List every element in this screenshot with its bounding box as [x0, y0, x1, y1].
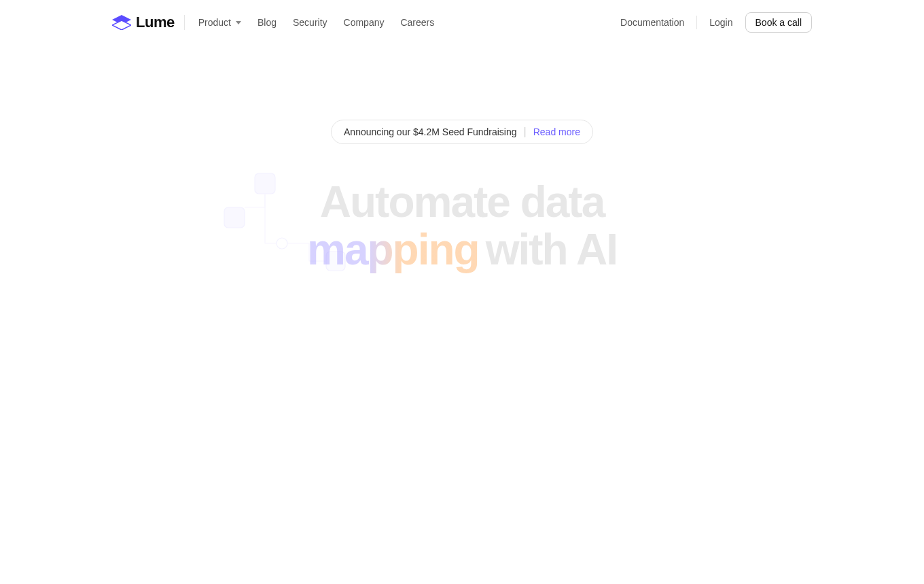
nav-product[interactable]: Product [198, 17, 241, 28]
brand-name: Lume [136, 14, 175, 31]
nav-documentation[interactable]: Documentation [620, 17, 684, 28]
announcement-read-more-link[interactable]: Read more [533, 126, 580, 137]
hero-highlight-word: mapping [307, 225, 479, 274]
hero-section: Automate data mappingwith AI [0, 178, 924, 274]
announcement-separator: | [524, 126, 527, 138]
nav-company[interactable]: Company [344, 17, 385, 28]
hero-headline: Automate data mappingwith AI [0, 178, 924, 274]
divider [184, 15, 185, 30]
nav-blog[interactable]: Blog [257, 17, 277, 28]
book-call-button[interactable]: Book a call [745, 12, 812, 33]
primary-nav: Product Blog Security Company Careers [198, 17, 435, 28]
hero-line-2: mappingwith AI [0, 226, 924, 273]
nav-security[interactable]: Security [293, 17, 327, 28]
header-right-group: Documentation Login Book a call [620, 12, 812, 33]
hero-rest-text: with AI [486, 225, 617, 274]
lume-logo-icon [112, 15, 131, 30]
nav-careers[interactable]: Careers [400, 17, 434, 28]
announcement-text: Announcing our $4.2M Seed Fundraising [344, 126, 517, 137]
announcement-pill[interactable]: Announcing our $4.2M Seed Fundraising | … [331, 120, 593, 144]
divider [696, 16, 697, 29]
announcement-container: Announcing our $4.2M Seed Fundraising | … [0, 120, 924, 144]
site-header: Lume Product Blog Security Company Caree… [0, 0, 924, 45]
brand-logo[interactable]: Lume [112, 14, 175, 31]
header-left-group: Lume Product Blog Security Company Caree… [112, 14, 434, 31]
hero-line-1: Automate data [0, 178, 924, 226]
nav-login[interactable]: Login [709, 17, 732, 28]
